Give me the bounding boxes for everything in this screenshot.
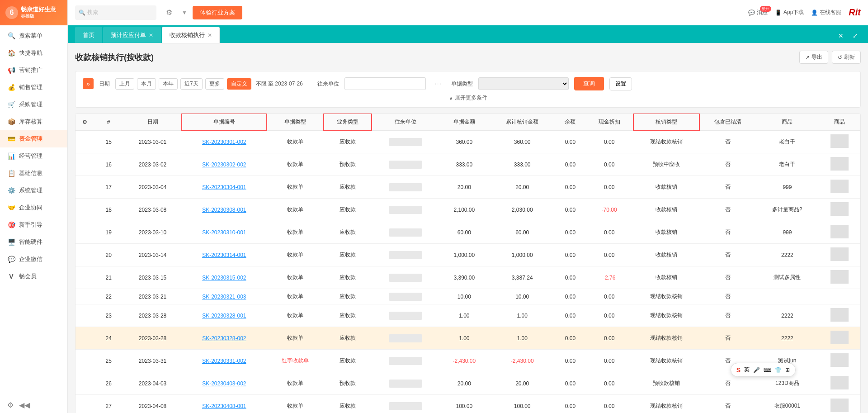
sidebar-item-label: 畅会员	[19, 272, 37, 280]
solution-button[interactable]: 体验行业方案	[193, 6, 242, 19]
col-cum-cancel: 累计核销金额	[489, 114, 555, 131]
table-cell: 10.00	[439, 289, 490, 304]
search-bar[interactable]: 🔍 搜索	[75, 5, 156, 20]
table-cell[interactable]: SK-20230331-002	[182, 350, 267, 372]
logo-icon: 6	[5, 6, 18, 19]
doc-no-link[interactable]: SK-20230328-001	[202, 313, 246, 319]
table-cell[interactable]: SK-20230301-002	[182, 131, 267, 153]
sidebar-item-label: 基础信息	[19, 169, 42, 177]
doc-no-link[interactable]: SK-20230403-002	[202, 380, 246, 387]
doc-no-link[interactable]: SK-20230304-001	[202, 184, 246, 190]
collapse-icon[interactable]: ◀◀	[19, 401, 30, 409]
page-header: 收款核销执行(按收款) ↗ 导出 ↺ 刷新	[75, 51, 861, 64]
table-cell[interactable]: SK-20230308-001	[182, 199, 267, 221]
tab-collection[interactable]: 收款核销执行 ✕	[162, 27, 220, 43]
grid-icon[interactable]: ⊞	[785, 367, 790, 373]
dropdown-arrow: ▼	[182, 9, 187, 16]
tab-close-icon[interactable]: ✕	[149, 32, 153, 38]
doc-no-link[interactable]: SK-20230310-001	[202, 229, 246, 236]
sidebar-item-marketing[interactable]: 📢 营销推广	[0, 62, 67, 79]
sidebar-item-wechat[interactable]: 💬 企业微信	[0, 251, 67, 268]
sidebar-item-member[interactable]: V 畅会员	[0, 268, 67, 285]
sidebar-item-corp[interactable]: 🤝 企业协同	[0, 199, 67, 216]
date-7days[interactable]: 近7天	[180, 78, 203, 90]
app-download-link[interactable]: 📱 App下载	[775, 9, 804, 16]
table-cell[interactable]: SK-20230321-003	[182, 289, 267, 304]
doc-no-link[interactable]: SK-20230408-001	[202, 403, 246, 409]
filter-settings-button[interactable]: 设置	[609, 77, 632, 90]
table-cell[interactable]: SK-20230310-001	[182, 221, 267, 244]
table-cell: 60.00	[489, 221, 555, 244]
user-name[interactable]: Rit	[849, 7, 861, 18]
mic-icon[interactable]: 🎤	[753, 367, 760, 373]
partner-input[interactable]	[344, 77, 426, 90]
doc-type-select[interactable]	[478, 77, 569, 90]
message-badge[interactable]: 💬 消息 99+	[748, 9, 768, 16]
table-cell: 0.00	[555, 289, 585, 304]
sidebar-item-inventory[interactable]: 📦 库存核算	[0, 113, 67, 130]
table-cell[interactable]: SK-20230408-001	[182, 395, 267, 413]
keyboard-icon[interactable]: ⌨	[764, 367, 771, 373]
sidebar-item-guide[interactable]: 🎯 新手引导	[0, 216, 67, 233]
tab-close-icon[interactable]: ✕	[208, 32, 212, 38]
table-cell: 0.00	[585, 244, 633, 266]
table-cell[interactable]: SK-20230328-001	[182, 304, 267, 327]
sidebar-item-purchase[interactable]: 🛒 采购管理	[0, 96, 67, 113]
table-cell[interactable]: SK-20230328-002	[182, 327, 267, 350]
tab-home[interactable]: 首页	[75, 27, 102, 43]
doc-no-link[interactable]: SK-20230328-002	[202, 335, 246, 342]
doc-no-link[interactable]: SK-20230331-002	[202, 358, 246, 364]
doc-no-link[interactable]: SK-20230308-001	[202, 207, 246, 213]
expand-conditions-button[interactable]: ∨ 展开更多条件	[449, 94, 487, 102]
sidebar-item-basic[interactable]: 📋 基础信息	[0, 165, 67, 182]
query-button[interactable]: 查询	[574, 77, 604, 90]
sidebar-item-system[interactable]: ⚙️ 系统管理	[0, 182, 67, 199]
col-settings[interactable]: ⚙	[75, 114, 94, 131]
col-goods: 商品	[756, 114, 818, 131]
date-more[interactable]: 更多	[205, 78, 224, 90]
table-cell[interactable]: SK-20230403-002	[182, 372, 267, 395]
sidebar-item-sales[interactable]: 💰 销售管理	[0, 79, 67, 96]
table-cell[interactable]: SK-20230302-002	[182, 153, 267, 176]
close-action[interactable]: ✕	[835, 30, 846, 41]
online-service-link[interactable]: 👤 在线客服	[811, 9, 841, 16]
date-custom[interactable]: 自定义	[227, 78, 251, 90]
date-this-year[interactable]: 本年	[159, 78, 178, 90]
table-cell[interactable]: SK-20230315-002	[182, 266, 267, 289]
table-row: 202023-03-14SK-20230314-001收款单应收款████1,0…	[75, 244, 860, 266]
table-cell	[818, 266, 860, 289]
doc-no-link[interactable]: SK-20230321-003	[202, 294, 246, 300]
filter-expand-button[interactable]: »	[83, 78, 94, 89]
more-dots: ···	[435, 81, 442, 87]
app-sub: 标推版	[21, 13, 56, 19]
table-cell: 360.00	[489, 131, 555, 153]
doc-no-link[interactable]: SK-20230301-002	[202, 139, 246, 145]
doc-no-link[interactable]: SK-20230302-002	[202, 161, 246, 168]
table-cell: 1.00	[439, 304, 490, 327]
table-cell: -2,430.00	[439, 350, 490, 372]
table-cell[interactable]: SK-20230314-001	[182, 244, 267, 266]
table-cell: 应收款	[324, 304, 372, 327]
table-cell: 多计量商品2	[756, 199, 818, 221]
settings-icon[interactable]: ⚙	[162, 5, 176, 20]
tab-prepay[interactable]: 预计应应付单 ✕	[103, 27, 161, 43]
sidebar-item-quick-nav[interactable]: 🏠 快捷导航	[0, 44, 67, 62]
sidebar-item-hardware[interactable]: 🖥️ 智能硬件	[0, 233, 67, 251]
member-icon: V	[7, 272, 15, 280]
settings-icon[interactable]: ⚙	[7, 401, 14, 409]
date-this-month[interactable]: 本月	[137, 78, 156, 90]
table-cell[interactable]: SK-20230304-001	[182, 176, 267, 199]
doc-no-link[interactable]: SK-20230315-002	[202, 275, 246, 281]
doc-no-link[interactable]: SK-20230314-001	[202, 252, 246, 258]
table-cell: 21	[94, 266, 123, 289]
sidebar-item-finance[interactable]: 💳 资金管理	[0, 130, 67, 147]
sidebar-item-search[interactable]: 🔍 搜索菜单	[0, 27, 67, 44]
table-cell: 0.00	[555, 350, 585, 372]
table-cell: ████	[372, 244, 439, 266]
export-button[interactable]: ↗ 导出	[799, 51, 828, 64]
maximize-action[interactable]: ⤢	[850, 30, 861, 41]
date-last-month[interactable]: 上月	[115, 78, 134, 90]
sidebar-item-operation[interactable]: 📊 经营管理	[0, 147, 67, 165]
refresh-button[interactable]: ↺ 刷新	[832, 51, 861, 64]
shirt-icon[interactable]: 👕	[775, 367, 782, 373]
